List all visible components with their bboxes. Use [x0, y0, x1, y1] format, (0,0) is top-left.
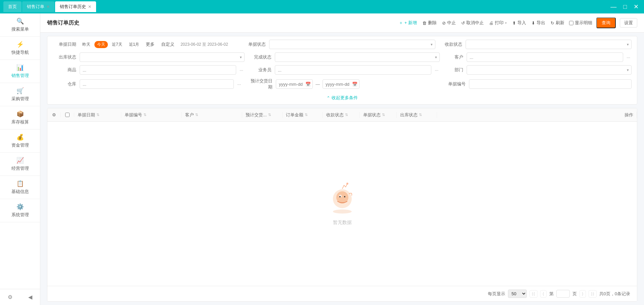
warehouse-input[interactable] — [80, 79, 234, 89]
bill-number-input[interactable] — [469, 79, 632, 89]
sidebar-item-basic-info[interactable]: 📋 基础信息 — [0, 176, 40, 199]
bill-status-label: 单据状态 — [246, 41, 269, 47]
warehouse-label: 仓库 — [53, 81, 80, 87]
next-page-button[interactable]: ⟩ — [579, 290, 586, 298]
export-button[interactable]: ⬇ 导出 — [531, 18, 546, 27]
sidebar-item-finance[interactable]: 💰 资金管理 — [0, 129, 40, 153]
th-num[interactable]: 单据编号 ⇅ — [121, 112, 182, 118]
inventory-icon: 📦 — [16, 110, 24, 118]
sidebar-item-search-menu[interactable]: 🔍 搜索菜单 — [0, 13, 40, 37]
operation-icon: 📈 — [16, 157, 24, 164]
payment-status-select[interactable] — [466, 40, 632, 49]
th-date[interactable]: 单据日期 ⇅ — [74, 112, 121, 118]
expect-sort-icon: ⇅ — [268, 113, 271, 117]
tab-sales-order-close[interactable]: ✕ — [46, 4, 50, 9]
query-button[interactable]: 查询 — [596, 17, 616, 28]
empty-state: 暂无数据 — [326, 182, 359, 226]
table-body: 暂无数据 — [47, 122, 637, 286]
select-all-checkbox[interactable] — [65, 113, 70, 117]
stock-out-select[interactable] — [80, 52, 245, 62]
display-detail-checkbox[interactable]: 显示明细 — [569, 20, 592, 26]
tab-home[interactable]: 首页 — [3, 1, 22, 12]
print-dropdown-icon: ▾ — [505, 21, 507, 25]
first-page-button[interactable]: ⟨⟨ — [529, 290, 538, 298]
goods-dots-icon[interactable]: ··· — [238, 68, 245, 73]
th-check[interactable] — [61, 113, 74, 117]
th-settings[interactable]: ⚙ — [47, 112, 61, 117]
stop-button[interactable]: ⊘ 中止 — [441, 18, 457, 27]
display-detail-input[interactable] — [569, 21, 573, 25]
customer-control: ··· — [467, 52, 632, 62]
prev-page-button[interactable]: ⟨ — [540, 290, 547, 298]
print-button[interactable]: 🖨 打印 ▾ — [488, 18, 508, 27]
salesperson-dots-icon[interactable]: ··· — [433, 68, 440, 73]
payment-status-label: 收款状态 — [442, 41, 466, 47]
filter-area: 单据日期 昨天 今天 近7天 近1月 更多 自定义 2023-06-02 至 2… — [47, 36, 637, 105]
date-tag-group: 昨天 今天 近7天 近1月 更多 自定义 2023-06-02 至 2023-0… — [80, 41, 228, 48]
stock-out-label: 出库状态 — [53, 54, 80, 60]
sidebar-item-inventory[interactable]: 📦 库存核算 — [0, 106, 40, 129]
export-icon: ⬇ — [531, 21, 535, 26]
page-header: 销售订单历史 ＋ + 新增 🗑 删除 ⊘ 中止 ↺ 取消中止 — [40, 13, 644, 33]
department-select[interactable] — [467, 65, 632, 75]
th-date-label: 单据日期 — [78, 112, 95, 118]
window-minimize-icon[interactable]: — — [608, 3, 618, 10]
cancel-stop-button[interactable]: ↺ 取消中止 — [461, 18, 484, 27]
page-size-select[interactable]: 10 20 50 100 — [508, 290, 527, 298]
sidebar-item-operation[interactable]: 📈 经营管理 — [0, 153, 40, 176]
collapse-row[interactable]: ⌃ 收起更多条件 — [53, 93, 632, 101]
th-amount[interactable]: 订单金额 ⇅ — [283, 112, 323, 118]
department-select-wrap: ▾ — [467, 65, 632, 75]
sidebar-settings-icon[interactable]: ⚙ — [6, 293, 14, 302]
th-expect[interactable]: 预计交货... ⇅ — [242, 112, 283, 118]
date-tag-1month[interactable]: 近1月 — [126, 41, 142, 48]
delete-button[interactable]: 🗑 删除 — [422, 18, 437, 27]
warehouse-dots-icon[interactable]: ··· — [236, 82, 242, 87]
refresh-button[interactable]: ↻ 刷新 — [550, 18, 565, 27]
table-header: ⚙ 单据日期 ⇅ 单据编号 ⇅ 客户 ⇅ 预计交货... — [47, 108, 637, 122]
date-tag-custom[interactable]: 自定义 — [159, 41, 177, 48]
current-page-input[interactable]: 1 — [556, 290, 570, 298]
th-expect-label: 预计交货... — [246, 112, 267, 118]
sidebar-item-sys-mgmt[interactable]: ⚙️ 系统管理 — [0, 199, 40, 222]
sidebar-item-sales-mgmt[interactable]: 📊 销售管理 — [0, 60, 40, 83]
sales-mgmt-icon: 📊 — [16, 64, 24, 71]
import-button[interactable]: ⬆ 导入 — [512, 18, 527, 27]
date-tag-7days[interactable]: 近7天 — [109, 41, 125, 48]
th-customer[interactable]: 客户 ⇅ — [182, 112, 242, 118]
pagination: 每页显示 10 20 50 100 ⟨⟨ ⟨ 第 1 页 ⟩ ⟩⟩ 共0页，0条… — [47, 286, 637, 301]
date-tag-today[interactable]: 今天 — [94, 41, 108, 48]
th-stock-status[interactable]: 出库状态 ⇅ — [397, 112, 437, 118]
bill-status-select[interactable] — [269, 40, 435, 49]
complete-select-wrap: ▾ — [275, 52, 440, 62]
date-tag-yesterday[interactable]: 昨天 — [80, 41, 93, 48]
new-button[interactable]: ＋ + 新增 — [398, 18, 418, 27]
tab-sales-order-history[interactable]: 销售订单历史 ✕ — [55, 1, 96, 12]
customer-dots-icon[interactable]: ··· — [625, 55, 632, 60]
salesperson-input[interactable] — [275, 65, 431, 75]
tab-sales-order[interactable]: 销售订单 ✕ — [22, 1, 54, 12]
expect-date-to-wrap: 📅 — [323, 79, 359, 89]
settings-button[interactable]: 设置 — [620, 18, 637, 28]
bill-status-select-wrap: ▾ — [269, 40, 435, 49]
window-close-icon[interactable]: ✕ — [632, 3, 641, 10]
complete-select[interactable] — [275, 52, 440, 62]
sidebar-item-purchase-mgmt[interactable]: 🛒 采购管理 — [0, 83, 40, 106]
tab-sales-order-history-close[interactable]: ✕ — [88, 4, 91, 9]
salesperson-control: ··· — [275, 65, 440, 75]
sidebar-collapse-icon[interactable]: ◀ — [27, 293, 34, 302]
th-amount-label: 订单金额 — [286, 112, 303, 118]
goods-control: ··· — [80, 65, 245, 75]
window-maximize-icon[interactable]: □ — [621, 3, 629, 10]
date-tag-more[interactable]: 更多 — [143, 41, 157, 48]
th-bill-status[interactable]: 单据状态 ⇅ — [360, 112, 397, 118]
customer-label: 客户 — [446, 54, 467, 60]
customer-input[interactable] — [467, 52, 623, 62]
sidebar-item-purchase-mgmt-label: 采购管理 — [11, 96, 29, 102]
goods-input[interactable] — [80, 65, 236, 75]
content-area: 销售订单历史 ＋ + 新增 🗑 删除 ⊘ 中止 ↺ 取消中止 — [40, 13, 644, 305]
last-page-button[interactable]: ⟩⟩ — [589, 290, 597, 298]
th-pay-status[interactable]: 收款状态 ⇅ — [323, 112, 360, 118]
page-label: 第 — [549, 291, 554, 297]
sidebar-item-quick-nav[interactable]: ⚡ 快捷导航 — [0, 37, 40, 60]
